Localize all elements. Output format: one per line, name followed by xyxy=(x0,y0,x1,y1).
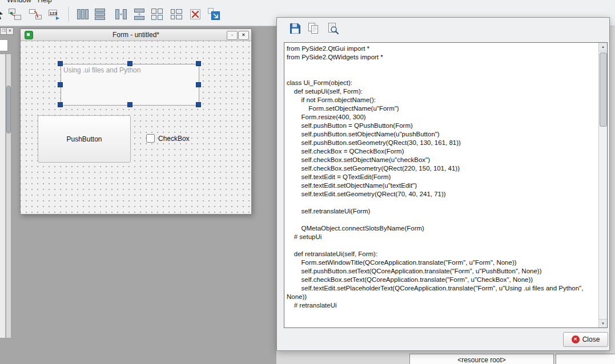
edit-widgets-icon[interactable] xyxy=(0,7,6,21)
edit-tab-order-icon[interactable]: 123 xyxy=(48,7,62,21)
resource-root-item[interactable]: <resource root> xyxy=(409,354,554,364)
selection-handle-top-right[interactable] xyxy=(196,61,201,66)
widget-box-edge xyxy=(0,54,6,338)
close-button[interactable]: × xyxy=(238,31,249,40)
menu-window[interactable]: Window xyxy=(7,0,31,4)
layout-form-icon[interactable] xyxy=(170,7,183,21)
find-icon[interactable] xyxy=(327,22,339,35)
adjust-size-icon[interactable] xyxy=(207,7,221,21)
code-view[interactable]: from PySide2.QtGui import * from PySide2… xyxy=(284,42,608,328)
designer-form-icon xyxy=(25,31,33,39)
menu-help[interactable]: Help xyxy=(38,0,52,4)
widget-box-scrollbar[interactable] xyxy=(6,54,11,338)
selection-handle-bottom-right[interactable] xyxy=(196,102,201,107)
checkbox-indicator[interactable] xyxy=(146,134,155,143)
copy-icon[interactable] xyxy=(307,22,320,35)
dialog-close-button[interactable]: ✕ Close xyxy=(563,332,608,347)
widget-box-filter[interactable] xyxy=(0,39,8,51)
form-window-titlebar[interactable]: Form - untitled* - × xyxy=(21,29,251,41)
close-button-label: Close xyxy=(582,335,600,343)
widget-box-scrollbar-thumb[interactable] xyxy=(6,86,11,134)
textedit-widget[interactable]: Using .ui files and Python xyxy=(61,64,199,106)
code-scrollbar-thumb[interactable] xyxy=(600,52,607,127)
close-circle-icon: ✕ xyxy=(572,335,580,343)
form-editor-window: Form - untitled* - × Using .ui files and… xyxy=(20,29,252,215)
scroll-up-icon[interactable]: ▲ xyxy=(599,43,607,51)
code-text[interactable]: from PySide2.QtGui import * from PySide2… xyxy=(284,43,607,312)
form-window-title: Form - untitled* xyxy=(112,31,159,39)
textedit-placeholder: Using .ui files and Python xyxy=(63,66,140,74)
code-preview-dialog: from PySide2.QtGui import * from PySide2… xyxy=(276,17,610,351)
selection-handle-bottom-left[interactable] xyxy=(58,102,63,107)
dock-close-icon[interactable]: ✕ xyxy=(6,27,14,35)
layout-vertical-icon[interactable] xyxy=(93,7,107,21)
layout-horizontal-splitter-icon[interactable] xyxy=(114,7,128,21)
selection-handle-bottom-middle[interactable] xyxy=(127,102,132,107)
qt-designer-app: Window Help 123 xyxy=(0,0,615,364)
edit-buddies-icon[interactable] xyxy=(29,7,42,21)
scroll-down-icon[interactable]: ▼ xyxy=(599,319,607,327)
pushbutton-widget[interactable]: PushButton xyxy=(38,115,131,163)
form-canvas[interactable]: Using .ui files and Python PushButton Ch… xyxy=(21,41,251,214)
selection-handle-top-middle[interactable] xyxy=(127,61,132,66)
break-layout-icon[interactable] xyxy=(188,7,202,21)
right-dock-edge xyxy=(610,26,615,364)
minimize-button[interactable]: - xyxy=(227,31,238,40)
selection-handle-top-left[interactable] xyxy=(58,61,63,66)
selection-handle-middle-right[interactable] xyxy=(196,82,201,87)
resource-panel-fragment xyxy=(556,354,615,364)
checkbox-label: CheckBox xyxy=(158,135,190,143)
layout-grid-icon[interactable] xyxy=(150,7,164,21)
resource-root-label: <resource root> xyxy=(457,356,506,364)
save-icon[interactable] xyxy=(289,22,302,35)
edit-signals-slots-icon[interactable] xyxy=(8,7,22,21)
checkbox-widget[interactable]: CheckBox xyxy=(146,127,204,150)
layout-horizontal-icon[interactable] xyxy=(76,7,90,21)
toolbar-separator xyxy=(69,7,69,22)
code-scrollbar[interactable]: ▲ ▼ xyxy=(598,43,607,327)
svg-text:123: 123 xyxy=(50,11,58,16)
layout-vertical-splitter-icon[interactable] xyxy=(132,7,146,21)
selection-handle-middle-left[interactable] xyxy=(58,82,63,87)
